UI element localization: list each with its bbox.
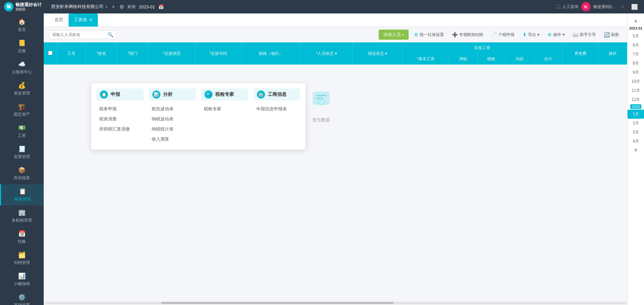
col-total: 合计 (534, 53, 563, 65)
xiao-icon: 📊 (18, 272, 26, 280)
date-month-8[interactable]: 8月 (628, 59, 644, 68)
unified-insurance-button[interactable]: ⚙ 统一社保设置 (411, 31, 447, 39)
col-id-type: *证据类型 (148, 42, 195, 65)
date-month-1[interactable]: 1月 (628, 110, 644, 119)
date-panel-down-nav[interactable]: ▼ (632, 146, 640, 155)
tax-dropdown-popup: 📋 申报 税务申报 税表清册 所得税汇算清缴 📊 分析 税负波动表 (91, 83, 306, 150)
sidebar-item-ledger[interactable]: 📒 总账 (0, 36, 44, 57)
ledger-icon: 📒 (18, 39, 26, 47)
date-month-5[interactable]: 5月 (628, 32, 644, 41)
scrollbar-thumb[interactable] (161, 302, 393, 304)
sidebar-item-assets[interactable]: 🏗️ 固定资产 (0, 100, 44, 121)
date-month-6[interactable]: 6月 (628, 41, 644, 50)
date-month-3[interactable]: 3月 (628, 128, 644, 137)
popup-item-tax-expert[interactable]: 税检专家 (201, 104, 248, 114)
popup-item-income-tax[interactable]: 所得税汇算清缴 (97, 124, 144, 134)
popup-section-tax-expert: 🔍 税检专家 税检专家 (201, 88, 248, 144)
add-person-button[interactable]: 添加人员 ▾ (379, 30, 409, 40)
operations-dropdown-icon: ▾ (563, 32, 565, 37)
refresh-label: 刷新 (611, 32, 619, 38)
company-name: 西安虾米网络科技有限公司 (51, 4, 104, 10)
sidebar-item-xiao[interactable]: 📊 小畅报销 (0, 269, 44, 290)
calendar-icon[interactable]: 📅 (158, 4, 164, 9)
popup-item-tax-table[interactable]: 税表清册 (97, 114, 144, 124)
select-all-checkbox[interactable] (48, 51, 52, 55)
archive-icon: 🗂️ (18, 251, 26, 259)
date-month-10[interactable]: 10月 (628, 77, 644, 86)
individual-tax-label: 个税申报 (498, 32, 515, 38)
section-analysis-title: 📊 分析 (149, 88, 196, 101)
cloud-icon: ☁️ (18, 61, 26, 68)
special-deduction-button[interactable]: ➕ 专项附加扣除 (449, 31, 486, 39)
col-subsidy: 津贴 (449, 53, 478, 65)
popup-item-income-estimate[interactable]: 收入测算 (149, 134, 196, 144)
col-status: *人员状态 ▾ (300, 42, 353, 65)
sidebar-item-inventory[interactable]: 📦 库存核算 (0, 163, 44, 184)
content-area: 首页 工资表 ✕ 🔍 添加人员 ▾ ⚙ 统一社保设置 ➕ 专 (44, 13, 627, 305)
popup-section-business-info: 🏢 工商信息 年报信息申报表 (254, 88, 301, 144)
sidebar-item-cloud[interactable]: ☁️ 云报表中心 (0, 57, 44, 78)
app-sub: 旗舰版 (15, 7, 42, 11)
popup-item-tax-fluctuation[interactable]: 纳税波动表 (149, 114, 196, 124)
date-panel-up-nav[interactable]: ▲ (632, 16, 640, 25)
sidebar-item-salary[interactable]: 💵 工资 (0, 121, 44, 142)
sidebar-item-archive[interactable]: 🗂️ 归档管理 (0, 248, 44, 269)
refresh-button[interactable]: 🔄 刷新 (601, 31, 622, 39)
export-label: 导出 (528, 32, 536, 38)
sidebar-item-tax[interactable]: 📋 税务管理 (0, 184, 44, 205)
col-id: 工号 (57, 42, 86, 65)
avatar[interactable]: 畅 (581, 2, 591, 11)
new-guide-label: 新手引导 (580, 32, 596, 38)
tab-home-label: 首页 (54, 17, 63, 23)
salary-icon: 💵 (18, 124, 26, 131)
date-month-4[interactable]: 4月 (628, 137, 644, 146)
popup-grid: 📋 申报 税务申报 税表清册 所得税汇算清缴 📊 分析 税负波动表 (97, 88, 300, 144)
settings-icon[interactable]: ⚙ (119, 4, 124, 10)
operations-icon: ⚙ (547, 32, 552, 37)
tab-bar: 首页 工资表 ✕ (44, 13, 627, 27)
search-input[interactable] (52, 32, 106, 37)
new-guide-button[interactable]: 📖 新手引导 (570, 31, 599, 39)
toolbar: 🔍 添加人员 ▾ ⚙ 统一社保设置 ➕ 专项附加扣除 📄 个税申报 ⬆ 导出 (44, 27, 627, 42)
close-window-button[interactable]: ✕ (618, 3, 627, 11)
individual-tax-button[interactable]: 📄 个税申报 (489, 31, 517, 39)
popup-item-annual-report[interactable]: 年报信息申报表 (254, 104, 301, 114)
export-button[interactable]: ⬆ 导出 ▾ (520, 31, 542, 39)
main-layout: 🏠 首页 📒 总账 ☁️ 云报表中心 💰 资金管理 🏗️ 固定资产 💵 工资 🧾… (0, 13, 644, 305)
assets-icon: 🏗️ (18, 103, 26, 110)
sidebar-item-multi[interactable]: 🏢 多机构管理 (0, 205, 44, 227)
operations-label: 操作 (553, 32, 561, 38)
date-panel: ▲ 2023.01 5月 6月 7月 8月 9月 10月 11月 12月 202… (627, 13, 644, 305)
add-company-button[interactable]: ＋ (111, 3, 116, 10)
checkbox-header[interactable] (44, 42, 57, 65)
basic-settings-icon: ⚙️ (18, 294, 26, 301)
date-month-9[interactable]: 9月 (628, 68, 644, 77)
human-service-button[interactable]: 🎧 人工咨询 (556, 4, 578, 10)
company-selector[interactable]: 西安虾米网络科技有限公司 ▾ (51, 4, 107, 10)
horizontal-scrollbar[interactable] (44, 301, 627, 305)
sidebar-item-invoice[interactable]: 🧾 发票管理 (0, 142, 44, 163)
popup-item-tax-burden[interactable]: 税负波动表 (149, 104, 196, 114)
tab-home[interactable]: 首页 (49, 13, 69, 27)
user-name[interactable]: 畅捷通B组... (593, 4, 615, 10)
scrollbar-track (45, 302, 626, 304)
maximize-window-button[interactable]: ⬜ (629, 3, 640, 11)
sidebar-item-funds[interactable]: 💰 资金管理 (0, 78, 44, 100)
special-deduction-icon: ➕ (452, 32, 458, 37)
section-declaration-title: 📋 申报 (97, 88, 144, 101)
popup-item-tax-stats[interactable]: 纳税统计表 (149, 124, 196, 134)
sidebar-item-close-period[interactable]: 📅 结账 (0, 227, 44, 248)
date-month-11[interactable]: 11月 (628, 86, 644, 95)
tab-close-button[interactable]: ✕ (89, 17, 92, 22)
date-month-7[interactable]: 7月 (628, 50, 644, 59)
date-month-12[interactable]: 12月 (628, 95, 644, 104)
inventory-icon: 📦 (18, 166, 26, 174)
col-report-status: 报送状态 ▾ (353, 42, 402, 65)
tab-salary-table[interactable]: 工资表 ✕ (69, 13, 98, 27)
add-person-label: 添加人员 (383, 32, 401, 38)
date-month-2[interactable]: 2月 (628, 119, 644, 128)
sidebar-item-home[interactable]: 🏠 首页 (0, 15, 44, 36)
sidebar-item-basic[interactable]: ⚙️ 基础设置 (0, 290, 44, 305)
popup-item-tax-declaration[interactable]: 税务申报 (97, 104, 144, 114)
operations-button[interactable]: ⚙ 操作 ▾ (545, 31, 567, 39)
